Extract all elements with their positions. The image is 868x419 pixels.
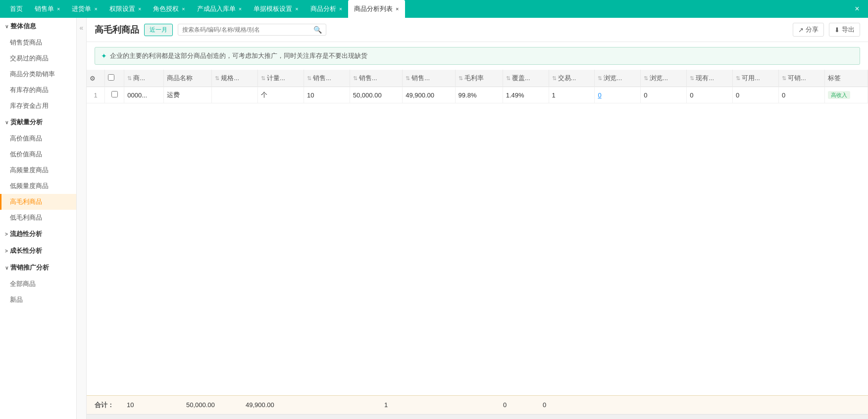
cell-transaction: 1 xyxy=(549,87,595,103)
cell-saleProfit: 49,900.00 xyxy=(403,87,455,103)
col-header-tag[interactable]: 标签 xyxy=(824,70,868,87)
nav-tab-角色授权[interactable]: 角色授权× xyxy=(147,0,191,18)
tab-close-单据模板设置[interactable]: × xyxy=(295,0,298,18)
col-label-views2: 浏览... xyxy=(650,74,668,82)
nav-tab-商品分析列表[interactable]: 商品分析列表× xyxy=(348,0,405,18)
cell-views1[interactable]: 0 xyxy=(595,87,641,103)
nav-tab-首页[interactable]: 首页 xyxy=(4,0,29,18)
col-header-saleQty[interactable]: ⇅销售... xyxy=(304,70,350,87)
tab-close-进货单[interactable]: × xyxy=(94,0,97,18)
tab-close-产成品入库单[interactable]: × xyxy=(239,0,242,18)
sidebar-wrapper: ∨整体信息销售货商品交易过的商品商品分类助销率有库存的商品库存资金占用∨贡献量分… xyxy=(0,18,87,419)
col-header-code[interactable]: ⇅商... xyxy=(124,70,163,87)
sidebar-item-4-1[interactable]: 新品 xyxy=(0,292,76,308)
sidebar-item-1-2[interactable]: 高频量度商品 xyxy=(0,162,76,178)
time-filter-button[interactable]: 近一月 xyxy=(144,24,173,36)
window-close-button[interactable]: × xyxy=(850,2,864,16)
tab-close-商品分析列表[interactable]: × xyxy=(396,0,399,18)
sidebar-group-4[interactable]: ∨营销推广分析 xyxy=(0,259,76,276)
group-arrow-icon-0: ∨ xyxy=(5,24,8,29)
nav-tab-单据模板设置[interactable]: 单据模板设置× xyxy=(248,0,304,18)
sidebar-group-0[interactable]: ∨整体信息 xyxy=(0,18,76,35)
tab-close-角色授权[interactable]: × xyxy=(182,0,185,18)
cell-code: 0000... xyxy=(124,87,163,103)
cell-saleAmount: 50,000.00 xyxy=(350,87,402,103)
footer-empty1 xyxy=(302,401,342,409)
col-label-currentStock: 现有... xyxy=(696,74,714,82)
col-label-saleAmount: 销售... xyxy=(359,74,377,82)
sidebar-group-1[interactable]: ∨贡献量分析 xyxy=(0,114,76,131)
tab-close-权限设置[interactable]: × xyxy=(138,0,141,18)
search-icon[interactable]: 🔍 xyxy=(313,26,322,34)
sidebar-item-4-0[interactable]: 全部商品 xyxy=(0,276,76,292)
col-header-saleAmount[interactable]: ⇅销售... xyxy=(350,70,402,87)
group-arrow-icon-4: ∨ xyxy=(5,265,8,271)
info-text: 企业的主要的利润都是这部分商品创造的，可考虑加大推广，同时关注库存是不要出现缺货 xyxy=(110,51,367,60)
col-label-unit: 计量... xyxy=(267,74,285,82)
col-header-checkbox[interactable] xyxy=(105,70,124,87)
col-header-views1[interactable]: ⇅浏览... xyxy=(595,70,641,87)
sidebar-group-3[interactable]: >成长性分析 xyxy=(0,242,76,259)
cell-unit: 个 xyxy=(258,87,304,103)
footer-sale-qty: 10 xyxy=(124,401,183,409)
sidebar-item-0-0[interactable]: 销售货商品 xyxy=(0,35,76,50)
share-button[interactable]: ↗ 分享 xyxy=(793,23,824,37)
nav-tab-产成品入库单[interactable]: 产成品入库单× xyxy=(191,0,248,18)
horizontal-scrollbar[interactable] xyxy=(87,414,868,419)
sidebar-group-2[interactable]: >流趋性分析 xyxy=(0,226,76,242)
sidebar-item-0-4[interactable]: 库存资金占用 xyxy=(0,98,76,114)
tab-close-商品分析[interactable]: × xyxy=(339,0,342,18)
col-label-saleProfit: 销售... xyxy=(411,74,430,82)
col-label-availStock: 可用... xyxy=(742,74,760,82)
col-header-transaction[interactable]: ⇅交易... xyxy=(549,70,595,87)
col-header-availStock[interactable]: ⇅可用... xyxy=(733,70,779,87)
tab-close-销售单[interactable]: × xyxy=(57,0,60,18)
sidebar-toggle-button[interactable]: « xyxy=(77,18,87,419)
col-header-saleableStock[interactable]: ⇅可销... xyxy=(778,70,824,87)
search-input[interactable] xyxy=(182,26,313,33)
col-header-name[interactable]: 商品名称 xyxy=(163,70,212,87)
footer-label: 合计： xyxy=(95,401,114,410)
sidebar-item-1-3[interactable]: 低频量度商品 xyxy=(0,178,76,194)
sidebar-item-1-1[interactable]: 低价值商品 xyxy=(0,146,76,162)
sidebar-item-0-3[interactable]: 有库存的商品 xyxy=(0,82,76,98)
nav-tab-权限设置[interactable]: 权限设置× xyxy=(103,0,147,18)
col-header-currentStock[interactable]: ⇅现有... xyxy=(687,70,733,87)
col-label-saleQty: 销售... xyxy=(313,74,331,82)
footer-current-stock: 0 xyxy=(500,401,540,409)
col-header-saleProfit[interactable]: ⇅销售... xyxy=(403,70,455,87)
col-header-spec[interactable]: ⇅规格... xyxy=(212,70,258,87)
sidebar-item-0-2[interactable]: 商品分类助销率 xyxy=(0,66,76,82)
footer-columns: 10 50,000.00 49,900.00 1 0 0 xyxy=(124,401,860,409)
main-layout: ∨整体信息销售货商品交易过的商品商品分类助销率有库存的商品库存资金占用∨贡献量分… xyxy=(0,18,868,419)
row-checkbox[interactable] xyxy=(111,91,118,97)
col-header-settings[interactable]: ⚙ xyxy=(87,70,105,87)
cell-name: 运费 xyxy=(163,87,212,103)
share-icon: ↗ xyxy=(798,26,804,34)
col-label-code: 商... xyxy=(133,74,145,82)
sidebar-item-0-1[interactable]: 交易过的商品 xyxy=(0,50,76,66)
sort-icon-currentStock: ⇅ xyxy=(690,75,694,81)
nav-tab-进货单[interactable]: 进货单× xyxy=(66,0,103,18)
export-button[interactable]: ⬇ 导出 xyxy=(829,23,860,37)
col-header-coverage[interactable]: ⇅覆盖... xyxy=(503,70,549,87)
nav-tab-商品分析[interactable]: 商品分析× xyxy=(305,0,348,18)
data-table-container: ⚙⇅商...商品名称⇅规格...⇅计量...⇅销售...⇅销售...⇅销售...… xyxy=(87,70,868,395)
col-label-transaction: 交易... xyxy=(558,74,576,82)
nav-tab-销售单[interactable]: 销售单× xyxy=(29,0,66,18)
cell-grossMargin: 99.8% xyxy=(455,87,503,103)
footer-empty2 xyxy=(342,401,381,409)
sort-icon-saleProfit: ⇅ xyxy=(406,75,410,81)
sidebar-item-1-0[interactable]: 高价值商品 xyxy=(0,131,76,146)
col-header-views2[interactable]: ⇅浏览... xyxy=(641,70,687,87)
col-header-unit[interactable]: ⇅计量... xyxy=(258,70,304,87)
col-header-grossMargin[interactable]: ⇅毛利率 xyxy=(455,70,503,87)
footer-total: 合计： 10 50,000.00 49,900.00 1 0 0 xyxy=(87,395,868,414)
cell-checkbox xyxy=(105,87,124,103)
cell-saleableStock: 0 xyxy=(778,87,824,103)
export-icon: ⬇ xyxy=(834,26,840,34)
select-all-checkbox[interactable] xyxy=(108,74,114,81)
col-label-coverage: 覆盖... xyxy=(512,74,530,82)
sidebar-item-1-4[interactable]: 高毛利商品 xyxy=(0,194,76,210)
sidebar-item-1-5[interactable]: 低毛利商品 xyxy=(0,210,76,226)
